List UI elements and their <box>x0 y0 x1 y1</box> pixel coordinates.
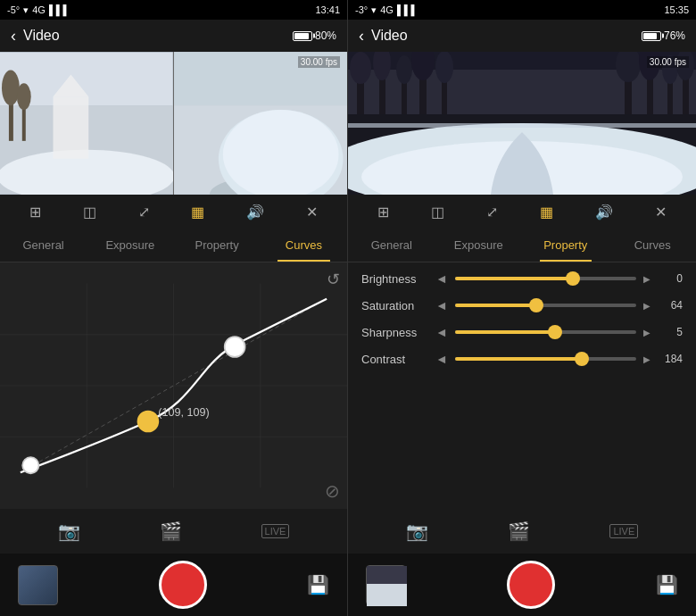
bottom-controls-right: 💾 <box>348 554 696 616</box>
vr-icon-right[interactable]: ◫ <box>431 204 444 221</box>
svg-rect-4 <box>54 96 89 158</box>
grid-icon[interactable]: ⊞ <box>29 204 41 221</box>
tabs-left: General Exposure Property Curves <box>0 229 347 262</box>
svg-point-24 <box>137 412 158 432</box>
signal-right: 4G <box>380 4 394 15</box>
back-button-left[interactable]: ‹ <box>11 27 16 46</box>
controls-bar-right: ⊞ ◫ ⤢ ▦ 🔊 ✕ <box>348 195 696 229</box>
close-icon-right[interactable]: ✕ <box>655 204 667 221</box>
back-button-right[interactable]: ‹ <box>359 27 364 46</box>
brightness-label: Brightness <box>361 272 428 286</box>
tab-property-right[interactable]: Property <box>522 229 609 262</box>
svg-point-39 <box>435 52 453 83</box>
tab-curves-left[interactable]: Curves <box>261 229 347 262</box>
left-panel: -5° ▾ 4G ▌▌▌ 13:41 ‹ Video 80% <box>0 0 348 616</box>
battery-icon-right <box>642 31 661 41</box>
live-tool-label-left[interactable]: LIVE <box>261 524 290 538</box>
saturation-right-arrow[interactable]: ▶ <box>643 301 650 311</box>
status-bar-left: -5° ▾ 4G ▌▌▌ 13:41 <box>0 0 347 20</box>
curves-svg[interactable]: (109, 109) <box>0 262 347 509</box>
time-left: 13:41 <box>315 4 340 15</box>
bottom-toolbar-left: 📷 🎬 LIVE <box>0 509 347 554</box>
record-button-right[interactable] <box>507 561 555 609</box>
camera-right <box>174 52 348 195</box>
fps-overlay-right: 30.00 fps <box>647 56 689 68</box>
video-360 <box>348 52 696 195</box>
controls-bar-left: ⊞ ◫ ⤢ ▦ 🔊 ✕ <box>0 195 347 229</box>
status-right-left: 13:41 <box>315 4 340 15</box>
curves-area: ↺ ⊘ (109, 109) <box>0 262 347 509</box>
save-icon-left[interactable]: 💾 <box>307 574 329 595</box>
video-area-left: 30.00 fps <box>0 52 347 195</box>
expand-icon-right[interactable]: ⤢ <box>486 204 498 221</box>
time-right: 15:35 <box>664 4 689 15</box>
tab-property-left[interactable]: Property <box>174 229 261 262</box>
temperature-right: -3° <box>355 4 368 15</box>
live-tool-label-right[interactable]: LIVE <box>609 524 638 538</box>
histogram-icon-right[interactable]: ▦ <box>540 204 553 221</box>
saturation-value: 64 <box>658 299 683 312</box>
svg-rect-52 <box>367 584 407 606</box>
tab-general-right[interactable]: General <box>348 229 435 262</box>
contrast-label: Contrast <box>361 353 428 366</box>
contrast-right-arrow[interactable]: ▶ <box>643 354 650 364</box>
wifi-icon-right: ▾ <box>371 4 377 16</box>
title-right: Video <box>371 28 634 44</box>
contrast-value: 184 <box>658 353 683 365</box>
sharpness-row: Sharpness ◄ ▶ 5 <box>361 325 683 339</box>
sharpness-value: 5 <box>658 326 683 338</box>
saturation-label: Saturation <box>361 299 428 312</box>
battery-pct-left: 80% <box>315 29 336 42</box>
sharpness-left-arrow[interactable]: ◄ <box>435 325 448 339</box>
sharpness-slider[interactable] <box>455 330 636 334</box>
camera-tool-icon-right[interactable]: 📷 <box>406 520 428 542</box>
wifi-icon: ▾ <box>23 4 29 16</box>
tab-general-left[interactable]: General <box>0 229 87 262</box>
svg-point-7 <box>2 70 20 105</box>
svg-rect-53 <box>367 566 407 584</box>
video-tool-icon-left[interactable]: 🎬 <box>160 520 182 542</box>
sharpness-label: Sharpness <box>361 326 428 339</box>
header-right: ‹ Video 76% <box>348 20 696 52</box>
sharpness-right-arrow[interactable]: ▶ <box>643 328 650 337</box>
tab-exposure-right[interactable]: Exposure <box>435 229 523 262</box>
tab-exposure-left[interactable]: Exposure <box>87 229 173 262</box>
video-tool-icon-right[interactable]: 🎬 <box>508 520 530 542</box>
contrast-slider[interactable] <box>455 357 636 361</box>
grid-icon-right[interactable]: ⊞ <box>377 204 389 221</box>
brightness-right-arrow[interactable]: ▶ <box>643 274 650 284</box>
svg-rect-50 <box>348 123 696 128</box>
brightness-row: Brightness ◄ ▶ 0 <box>361 271 683 286</box>
tabs-right: General Exposure Property Curves <box>348 229 696 262</box>
expand-icon[interactable]: ⤢ <box>138 204 150 221</box>
bottom-controls-left: 💾 <box>0 554 347 616</box>
close-icon[interactable]: ✕ <box>306 204 318 221</box>
fps-overlay-left: 30.00 fps <box>298 56 340 68</box>
svg-point-9 <box>17 83 31 110</box>
volume-icon-right[interactable]: 🔊 <box>595 204 613 221</box>
dual-camera <box>0 52 347 195</box>
record-button-left[interactable] <box>159 561 207 609</box>
save-icon-right[interactable]: 💾 <box>656 574 678 595</box>
saturation-row: Saturation ◄ ▶ 64 <box>361 298 683 312</box>
property-area: Brightness ◄ ▶ 0 Saturation ◄ ▶ 64 Sharp… <box>348 262 696 509</box>
vr-icon[interactable]: ◫ <box>83 204 96 221</box>
tab-curves-right[interactable]: Curves <box>609 229 697 262</box>
brightness-slider[interactable] <box>455 277 636 280</box>
bottom-toolbar-right: 📷 🎬 LIVE <box>348 509 696 554</box>
brightness-left-arrow[interactable]: ◄ <box>435 271 448 286</box>
histogram-icon[interactable]: ▦ <box>191 204 204 221</box>
status-left-right: -3° ▾ 4G ▌▌▌ <box>355 4 418 16</box>
battery-icon-left <box>293 31 312 41</box>
signal-left: 4G <box>32 4 46 15</box>
volume-icon[interactable]: 🔊 <box>246 204 264 221</box>
camera-tool-icon-left[interactable]: 📷 <box>58 520 80 542</box>
signal-bars: ▌▌▌ <box>49 4 70 15</box>
saturation-left-arrow[interactable]: ◄ <box>435 298 448 312</box>
battery-left: 80% <box>293 29 336 42</box>
status-right-right: 15:35 <box>664 4 689 15</box>
saturation-slider[interactable] <box>455 304 636 307</box>
battery-right: 76% <box>642 29 685 42</box>
temperature-left: -5° <box>7 4 20 15</box>
contrast-left-arrow[interactable]: ◄ <box>435 352 448 366</box>
